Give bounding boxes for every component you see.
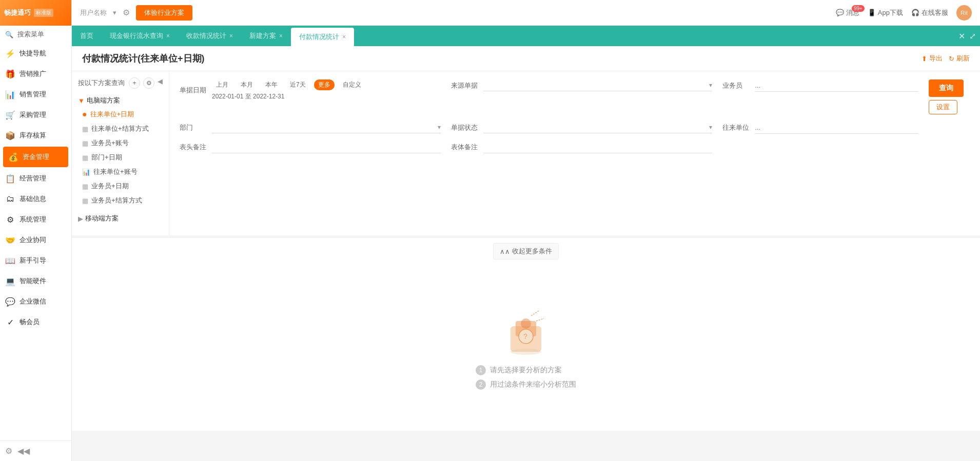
sidebar-logo: 畅捷通巧: [4, 8, 31, 17]
scheme-item-staff-account[interactable]: ▦ 业务员+账号: [78, 136, 163, 150]
scheme-group-desktop-title[interactable]: ▼ 电脑端方案: [78, 94, 163, 107]
sidebar-item-label: 新手引导: [19, 256, 46, 265]
date-tag-this-year[interactable]: 本年: [261, 79, 282, 90]
payment-stats-tab-close[interactable]: ×: [342, 33, 346, 41]
tab-expand-icon[interactable]: ⤢: [969, 31, 976, 41]
sidebar-item-basic[interactable]: 🗂 基础信息: [0, 189, 71, 209]
finance-icon: 💰: [8, 152, 18, 162]
sidebar-item-sales[interactable]: 📊 销售管理: [0, 84, 71, 105]
source-doc-select[interactable]: ▾: [483, 79, 712, 91]
tab-home[interactable]: 首页: [72, 26, 102, 46]
sidebar-item-guide[interactable]: 📖 新手引导: [0, 250, 71, 271]
scheme-item-partner-date[interactable]: ● 往来单位+日期: [78, 107, 163, 122]
tab-bank-flow[interactable]: 现金银行流水查询 ×: [102, 26, 178, 46]
online-service-button[interactable]: 🎧 在线客服: [911, 8, 948, 17]
scheme-item-staff-settle[interactable]: ▦ 业务员+结算方式: [78, 193, 163, 208]
sidebar-item-hardware[interactable]: 💻 智能硬件: [0, 271, 71, 291]
scheme-item-icon: ▦: [82, 125, 88, 133]
svg-text:?: ?: [523, 332, 527, 340]
settings-button[interactable]: 设置: [929, 100, 957, 114]
scheme-header: 按以下方案查询 + ⚙ ◀: [78, 77, 163, 89]
date-options: 上月 本月 本年 近7天 更多 自定义 2022-01-01 至 2022-12…: [212, 79, 365, 101]
scheme-item-partner-settle[interactable]: ▦ 往来单位+结算方式: [78, 122, 163, 136]
sidebar-item-purchase[interactable]: 🛒 采购管理: [0, 105, 71, 125]
topbar-gear-icon[interactable]: ⚙: [123, 8, 130, 17]
sidebar-item-system[interactable]: ⚙ 系统管理: [0, 209, 71, 230]
date-tag-last-month[interactable]: 上月: [212, 79, 232, 90]
trial-button[interactable]: 体验行业方案: [136, 5, 192, 21]
tab-close-all-icon[interactable]: ✕: [958, 31, 965, 41]
scheme-settings-button[interactable]: ⚙: [143, 77, 154, 89]
sidebar-item-marketing[interactable]: 🎁 营销推广: [0, 64, 71, 84]
doc-status-select[interactable]: ▾: [483, 122, 712, 133]
add-scheme-button[interactable]: +: [129, 77, 140, 89]
topbar-dropdown-icon[interactable]: ▾: [113, 9, 116, 16]
sidebar-item-label: 采购管理: [19, 110, 46, 119]
partner-input[interactable]: [755, 122, 918, 134]
collection-stats-tab-close[interactable]: ×: [229, 32, 233, 39]
sidebar-item-quick-nav[interactable]: ⚡ 快捷导航: [0, 43, 71, 64]
topbar-right: 💬 消息 99+ 📱 App下载 🎧 在线客服 Rit: [836, 5, 972, 21]
date-tag-7days[interactable]: 近7天: [286, 79, 310, 90]
scheme-item-partner-account[interactable]: 📊 往来单位+账号: [78, 165, 163, 179]
refresh-label: 刷新: [956, 54, 970, 63]
sidebar-search-item[interactable]: 🔍 搜索菜单: [0, 26, 71, 43]
settings-bottom-icon[interactable]: ⚙: [5, 446, 12, 456]
messages-button[interactable]: 💬 消息 99+: [836, 8, 859, 17]
empty-tip-2: 2 用过滤条件来缩小分析范围: [476, 379, 576, 390]
scheme-group-desktop: ▼ 电脑端方案 ● 往来单位+日期 ▦ 往来单位+结算方式 ▦ 业务员+账号: [78, 94, 163, 208]
export-label: 导出: [929, 54, 943, 63]
header-note-label: 表头备注: [180, 143, 208, 152]
scheme-collapse-button[interactable]: ◀: [158, 77, 163, 89]
sidebar-item-weixin[interactable]: 💬 企业微信: [0, 291, 71, 312]
scheme-item-label: 业务员+结算方式: [91, 196, 142, 205]
filter-row-3: 表头备注 表体备注: [180, 141, 970, 153]
refresh-button[interactable]: ↻ 刷新: [949, 54, 970, 63]
staff-input[interactable]: [755, 79, 918, 92]
sales-icon: 📊: [5, 89, 15, 99]
export-button[interactable]: ⬆ 导出: [922, 54, 943, 63]
tip-text-2: 用过滤条件来缩小分析范围: [490, 380, 576, 389]
weixin-icon: 💬: [5, 296, 15, 307]
source-doc-arrow: ▾: [709, 82, 712, 89]
tabbar-right: ✕ ⤢: [958, 26, 980, 46]
collapse-more-button[interactable]: ∧∧ 收起更多条件: [493, 243, 559, 259]
scheme-item-label: 业务员+账号: [91, 138, 129, 148]
scheme-group-mobile: ▶ 移动端方案: [78, 212, 163, 225]
new-scheme-tab-close[interactable]: ×: [279, 32, 283, 39]
dept-select[interactable]: ▾: [212, 122, 441, 133]
scheme-item-label: 往来单位+日期: [90, 110, 134, 119]
user-avatar[interactable]: Rit: [956, 5, 972, 21]
page-title: 付款情况统计(往来单位+日期): [82, 52, 205, 65]
sidebar-header: 畅捷通巧 标准版: [0, 0, 71, 26]
collapse-sidebar-icon[interactable]: ◀◀: [17, 446, 30, 456]
tab-collection-stats[interactable]: 收款情况统计 ×: [178, 26, 241, 46]
sidebar-item-label: 资金管理: [23, 152, 49, 162]
app-download-button[interactable]: 📱 App下载: [868, 8, 903, 17]
inventory-icon: 📦: [5, 130, 15, 141]
tab-payment-stats[interactable]: 付款情况统计 ×: [291, 28, 354, 46]
tab-new-scheme[interactable]: 新建方案 ×: [241, 26, 291, 46]
filter-actions: 查询 设置: [929, 79, 970, 114]
content-area: 付款情况统计(往来单位+日期) ⬆ 导出 ↻ 刷新 按以下方案查询: [72, 46, 980, 461]
scheme-group-mobile-title[interactable]: ▶ 移动端方案: [78, 212, 163, 225]
body-note-input[interactable]: [483, 141, 712, 153]
scheme-item-staff-date[interactable]: ▦ 业务员+日期: [78, 179, 163, 193]
collapse-chevron-icon: ∧∧: [500, 248, 510, 255]
sidebar-item-operation[interactable]: 📋 经营管理: [0, 168, 71, 189]
tip-num-2: 2: [476, 379, 486, 390]
sidebar-item-finance[interactable]: 💰 资金管理: [3, 147, 68, 167]
sidebar-item-vip[interactable]: ✓ 畅会员: [0, 312, 71, 332]
date-tag-custom[interactable]: 自定义: [339, 79, 365, 90]
filter-row-1: 单据日期 上月 本月 本年 近7天 更多 自定义 2022-01-01 至 20…: [180, 79, 970, 114]
scheme-item-dept-date[interactable]: ▦ 部门+日期: [78, 150, 163, 165]
date-tag-this-month[interactable]: 本月: [237, 79, 257, 90]
date-tag-more[interactable]: 更多: [314, 79, 335, 90]
bank-flow-tab-close[interactable]: ×: [166, 32, 170, 39]
topbar: 用户名称 ▾ ⚙ 体验行业方案 💬 消息 99+ 📱 App下载 🎧 在线客服 …: [72, 0, 980, 26]
header-note-input[interactable]: [212, 141, 441, 153]
sidebar-item-inventory[interactable]: 📦 库存核算: [0, 125, 71, 146]
query-button[interactable]: 查询: [929, 79, 964, 97]
collapse-icon: ◀: [158, 77, 163, 85]
sidebar-item-corp[interactable]: 🤝 企业协同: [0, 230, 71, 250]
